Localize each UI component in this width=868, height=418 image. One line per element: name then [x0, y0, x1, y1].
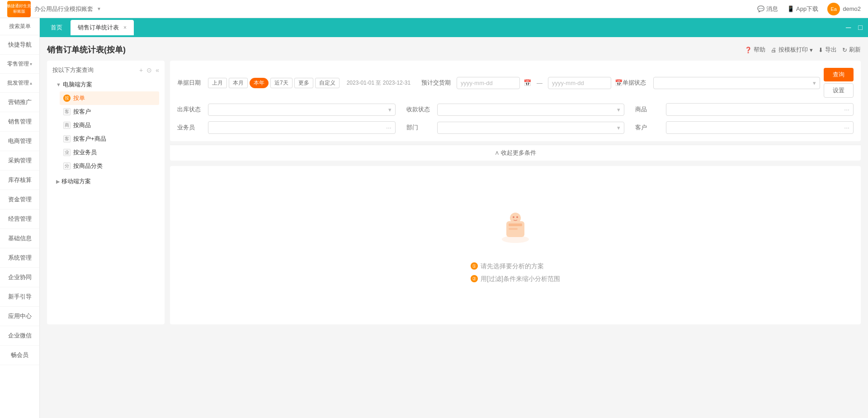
- by-salesperson-label: 按业务员: [73, 148, 97, 157]
- svg-point-5: [513, 216, 514, 218]
- download-icon: 📱: [787, 5, 794, 12]
- out-status-group: 出库状态 ▾: [177, 104, 396, 116]
- left-panel: 按以下方案查询 + ⊙ « ▼ 电脑端方案: [47, 61, 165, 324]
- scheme-by-order[interactable]: 按 按单: [60, 91, 159, 105]
- this-month-btn[interactable]: 本月: [229, 78, 248, 88]
- enterprisewx-label: 企业微信: [8, 332, 32, 339]
- collapse-bar[interactable]: ∧ 收起更多条件: [170, 145, 861, 161]
- empty-tip-row-1: ① 请先选择要分析的方案: [471, 260, 560, 272]
- prev-month-btn[interactable]: 上月: [208, 78, 227, 88]
- sidebar-item-inventory[interactable]: 库存核算: [0, 171, 39, 190]
- by-order-label: 按单: [73, 94, 85, 102]
- sidebar-item-wholesale[interactable]: 批发管理 ▴: [0, 74, 39, 93]
- sidebar-item-purchase[interactable]: 采购管理: [0, 151, 39, 171]
- empty-tip-row-2: ② 用[过滤]条件来缩小分析范围: [471, 272, 560, 285]
- department-arrow: ▾: [617, 124, 620, 131]
- enterprise-label: 企业协同: [8, 274, 32, 280]
- department-group: 部门 ▾: [406, 122, 625, 134]
- sidebar: 搜索菜单 快捷导航 零售管理 ▾ 批发管理 ▴ 营销推广 销售管理 电商管理 采…: [0, 18, 40, 418]
- message-button[interactable]: 💬 消息: [757, 5, 778, 13]
- out-status-arrow: ▾: [388, 106, 392, 113]
- sidebar-item-operations[interactable]: 经营管理: [0, 209, 39, 229]
- date-range-text: 2023-01-01 至 2023-12-31: [347, 79, 410, 87]
- scheme-by-goods[interactable]: 商 按商品: [60, 119, 159, 132]
- user-menu[interactable]: Ea demo2: [827, 3, 861, 15]
- svg-rect-3: [509, 228, 518, 230]
- forecast-date-group: 预计交货期 📅 — 📅: [421, 77, 623, 89]
- salesperson-more-icon[interactable]: ···: [386, 124, 392, 131]
- help-button[interactable]: ❓ 帮助: [745, 46, 765, 54]
- add-scheme-icon[interactable]: +: [139, 66, 143, 74]
- calendar-icon-1[interactable]: 📅: [524, 79, 531, 86]
- out-status-select[interactable]: ▾: [208, 104, 396, 116]
- sidebar-item-appcenter[interactable]: 应用中心: [0, 307, 39, 326]
- customer-more-icon[interactable]: ···: [844, 124, 849, 131]
- page-actions: ❓ 帮助 🖨 按模板打印 ▾ ⬇ 导出 ↻ 刷新: [745, 46, 861, 54]
- forecast-date-from[interactable]: [457, 77, 520, 89]
- forecast-date-to[interactable]: [548, 77, 611, 89]
- ecommerce-label: 电商管理: [8, 138, 32, 144]
- sidebar-item-ecommerce[interactable]: 电商管理: [0, 132, 39, 151]
- refresh-button[interactable]: ↻ 刷新: [842, 46, 861, 54]
- content-area: 销售订单统计表(按单) ❓ 帮助 🖨 按模板打印 ▾ ⬇ 导出: [40, 37, 868, 418]
- logo-text: 畅捷通好生意 标账版: [7, 4, 31, 14]
- sidebar-item-finance[interactable]: 资金管理: [0, 190, 39, 209]
- sidebar-item-quicknav[interactable]: 快捷导航: [0, 35, 39, 55]
- by-salesperson-icon: 业: [63, 149, 71, 156]
- edit-scheme-icon[interactable]: ⊙: [146, 66, 152, 74]
- scheme-by-customer-goods[interactable]: 客 按客户+商品: [60, 132, 159, 146]
- basic-label: 基础信息: [8, 235, 32, 242]
- sidebar-item-sales[interactable]: 销售管理: [0, 112, 39, 132]
- app-dropdown-arrow[interactable]: ▼: [97, 6, 101, 11]
- settings-button[interactable]: 设置: [824, 83, 854, 98]
- by-goods-icon: 商: [63, 122, 71, 129]
- two-column-layout: 按以下方案查询 + ⊙ « ▼ 电脑端方案: [47, 61, 861, 324]
- app-download-button[interactable]: 📱 App下载: [787, 5, 818, 13]
- doc-status-select[interactable]: ▾: [653, 77, 820, 89]
- custom-btn[interactable]: 自定义: [315, 78, 340, 88]
- more-btn[interactable]: 更多: [294, 78, 313, 88]
- tab-sales-order-stats[interactable]: 销售订单统计表 ×: [71, 20, 134, 35]
- print-button[interactable]: 🖨 按模板打印 ▾: [771, 46, 813, 54]
- page-title: 销售订单统计表(按单): [47, 44, 126, 55]
- receipt-status-select[interactable]: ▾: [437, 104, 625, 116]
- sidebar-item-marketing[interactable]: 营销推广: [0, 93, 39, 112]
- sidebar-item-vip[interactable]: 畅会员: [0, 346, 39, 365]
- sidebar-item-system[interactable]: 系统管理: [0, 248, 39, 268]
- inventory-label: 库存核算: [8, 176, 32, 183]
- mobile-expand-arrow[interactable]: ▶: [56, 179, 60, 185]
- expand-arrow[interactable]: ▼: [56, 82, 61, 87]
- sidebar-item-retail[interactable]: 零售管理 ▾: [0, 55, 39, 74]
- search-menu-label[interactable]: 搜索菜单: [4, 23, 36, 30]
- vip-label: 畅会员: [11, 352, 28, 358]
- goods-more-icon[interactable]: ···: [844, 106, 849, 113]
- scheme-by-goods-cat[interactable]: 分 按商品分类: [60, 159, 159, 173]
- customer-select[interactable]: ···: [666, 121, 854, 134]
- svg-point-4: [510, 213, 521, 223]
- scheme-by-salesperson[interactable]: 业 按业务员: [60, 146, 159, 159]
- export-button[interactable]: ⬇ 导出: [818, 46, 837, 54]
- calendar-icon-2[interactable]: 📅: [615, 79, 623, 86]
- this-year-btn[interactable]: 本年: [250, 78, 269, 88]
- collapse-label: ∧ 收起更多条件: [495, 149, 537, 156]
- sidebar-item-enterprisewx[interactable]: 企业微信: [0, 326, 39, 346]
- sidebar-item-basic[interactable]: 基础信息: [0, 229, 39, 248]
- department-select[interactable]: ▾: [437, 122, 625, 134]
- 7days-btn[interactable]: 近7天: [270, 78, 292, 88]
- marketing-label: 营销推广: [8, 99, 32, 105]
- salesperson-select[interactable]: ···: [208, 121, 396, 134]
- by-goods-cat-icon: 分: [63, 162, 71, 170]
- sidebar-item-enterprise[interactable]: 企业协同: [0, 268, 39, 287]
- tab-close-icon[interactable]: ×: [123, 24, 127, 31]
- goods-select[interactable]: ···: [666, 103, 854, 116]
- maximize-button[interactable]: □: [856, 22, 864, 33]
- scheme-by-customer[interactable]: 客 按客户: [60, 105, 159, 119]
- sidebar-item-newcomer[interactable]: 新手引导: [0, 287, 39, 307]
- query-button[interactable]: 查询: [824, 68, 854, 81]
- print-arrow: ▾: [810, 47, 813, 53]
- receipt-status-label: 收款状态: [406, 105, 434, 114]
- minimize-button[interactable]: ─: [844, 22, 853, 33]
- tab-home[interactable]: 首页: [43, 20, 70, 35]
- collapse-panel-icon[interactable]: «: [156, 66, 159, 74]
- sidebar-search[interactable]: 搜索菜单: [0, 18, 39, 35]
